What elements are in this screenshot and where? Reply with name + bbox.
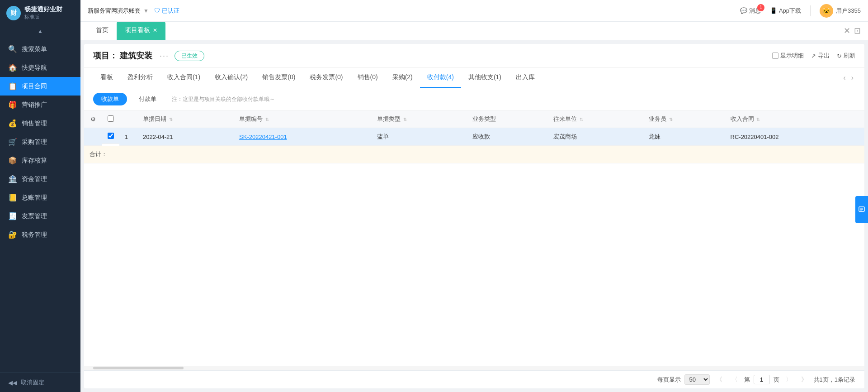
subtab-prev-button[interactable]: ‹ bbox=[841, 74, 847, 82]
checkbox-column-header[interactable] bbox=[102, 110, 119, 128]
sidebar-item-label: 资金管理 bbox=[22, 175, 47, 183]
sidebar-item-capital[interactable]: 🏦 资金管理 bbox=[0, 170, 80, 188]
sidebar-unpin-button[interactable]: ◀◀ 取消固定 bbox=[0, 373, 80, 392]
project-header: 项目： 建筑安装 ··· 已生效 显示明细 ↗ 导出 ↻ 刷新 bbox=[84, 44, 864, 68]
sidebar-item-label: 税务管理 bbox=[22, 231, 47, 239]
subtab-profit[interactable]: 盈利分析 bbox=[120, 68, 160, 88]
page-size-select[interactable]: 50 100 200 bbox=[684, 374, 710, 385]
sort-icon: ⇅ bbox=[756, 117, 760, 122]
checkbox-cell[interactable] bbox=[102, 128, 119, 144]
inner-tab-payment-bill[interactable]: 付款单 bbox=[131, 93, 165, 105]
subtab-income-confirm[interactable]: 收入确认(2) bbox=[208, 68, 255, 88]
export-button[interactable]: ↗ 导出 bbox=[811, 52, 830, 60]
settings-cell bbox=[84, 128, 102, 146]
inner-tab-note: 注：这里是与项目关联的全部收付款单哦～ bbox=[172, 96, 275, 103]
salesman-column-header[interactable]: 业务员 ⇅ bbox=[643, 110, 725, 128]
content-area: 项目： 建筑安装 ··· 已生效 显示明细 ↗ 导出 ↻ 刷新 bbox=[84, 44, 864, 388]
topbar-project[interactable]: 新服务官网演示账套 ▼ bbox=[88, 7, 149, 15]
project-more-button[interactable]: ··· bbox=[160, 51, 169, 61]
project-name: 新服务官网演示账套 bbox=[88, 7, 141, 15]
note-icon bbox=[858, 206, 865, 213]
partner-column-header[interactable]: 往来单位 ⇅ bbox=[548, 110, 643, 128]
sidebar-header: 财 畅捷通好业财 标准版 bbox=[0, 0, 80, 26]
date-column-header[interactable]: 单据日期 ⇅ bbox=[137, 110, 234, 128]
user-label: 用户3355 bbox=[836, 7, 861, 15]
horizontal-scrollbar[interactable] bbox=[84, 366, 864, 370]
sidebar-item-label: 总账管理 bbox=[22, 194, 47, 202]
subtab-sales-invoice[interactable]: 销售发票(0) bbox=[255, 68, 302, 88]
subtab-tax-invoice[interactable]: 税务发票(0) bbox=[302, 68, 350, 88]
sidebar-item-tax[interactable]: 🔐 税务管理 bbox=[0, 225, 80, 244]
subtab-kanban[interactable]: 看板 bbox=[93, 68, 120, 88]
prev-page-button[interactable]: 〈 bbox=[729, 375, 741, 385]
sidebar-item-label: 发票管理 bbox=[22, 212, 47, 220]
table-row[interactable]: 1 2022-04-21 SK-20220421-001 蓝单 应收款 宏茂商场… bbox=[84, 128, 864, 146]
sidebar-item-inventory[interactable]: 📦 库存核算 bbox=[0, 151, 80, 170]
sidebar-item-label: 采购管理 bbox=[22, 138, 47, 146]
last-page-button[interactable]: 》 bbox=[798, 375, 810, 385]
user-menu[interactable]: 🐱 用户3355 bbox=[820, 4, 861, 18]
type-cell: 蓝单 bbox=[372, 128, 467, 146]
project-icon: 📋 bbox=[8, 82, 17, 91]
window-expand-button[interactable]: ⊡ bbox=[854, 26, 861, 36]
sidebar-item-project-contract[interactable]: 📋 项目合同 bbox=[0, 77, 80, 96]
number-cell[interactable]: SK-20220421-001 bbox=[234, 128, 372, 146]
sidebar-scroll-up[interactable]: ▲ bbox=[0, 26, 80, 36]
main-area: 新服务官网演示账套 ▼ 🛡 已认证 💬 消息 1 📱 App下载 🐱 用户335… bbox=[80, 0, 868, 392]
page-input[interactable] bbox=[754, 375, 770, 384]
sidebar-item-quick-nav[interactable]: 🏠 快捷导航 bbox=[0, 58, 80, 77]
cart-icon: 🛒 bbox=[8, 138, 17, 146]
tab-home[interactable]: 首页 bbox=[88, 22, 117, 40]
window-close-button[interactable]: ✕ bbox=[844, 26, 850, 36]
total-records-label: 共1页，1条记录 bbox=[814, 376, 855, 384]
page-size-label: 每页显示 bbox=[657, 376, 681, 384]
box-icon: 📦 bbox=[8, 156, 17, 165]
show-detail-checkbox[interactable] bbox=[772, 53, 778, 59]
subtab-receipt[interactable]: 收付款(4) bbox=[420, 68, 461, 88]
select-all-checkbox[interactable] bbox=[108, 115, 114, 122]
sidebar-item-ledger[interactable]: 📒 总账管理 bbox=[0, 188, 80, 207]
refresh-label: 刷新 bbox=[844, 52, 855, 60]
sort-icon: ⇅ bbox=[265, 117, 269, 122]
subtab-next-button[interactable]: › bbox=[849, 74, 855, 82]
sidebar-item-invoice[interactable]: 🧾 发票管理 bbox=[0, 207, 80, 225]
bill-number-link[interactable]: SK-20220421-001 bbox=[239, 134, 287, 140]
show-detail-toggle[interactable]: 显示明细 bbox=[772, 52, 804, 60]
first-page-button[interactable]: 《 bbox=[713, 375, 725, 385]
sidebar-item-purchase[interactable]: 🛒 采购管理 bbox=[0, 133, 80, 151]
project-status-badge: 已生效 bbox=[175, 51, 204, 61]
topbar-verified: 🛡 已认证 bbox=[154, 7, 179, 15]
sidebar-item-marketing[interactable]: 🎁 营销推广 bbox=[0, 96, 80, 114]
sidebar-item-sales[interactable]: 💰 销售管理 bbox=[0, 114, 80, 133]
message-button[interactable]: 💬 消息 1 bbox=[740, 7, 761, 15]
type-column-header[interactable]: 单据类型 ⇅ bbox=[372, 110, 467, 128]
seq-cell: 1 bbox=[119, 128, 137, 146]
next-page-button[interactable]: 〉 bbox=[783, 375, 795, 385]
subtab-purchase[interactable]: 采购(2) bbox=[385, 68, 420, 88]
sidebar: 财 畅捷通好业财 标准版 ▲ 🔍 搜索菜单 🏠 快捷导航 📋 项目合同 🎁 营销… bbox=[0, 0, 80, 392]
income-contract-column-header[interactable]: 收入合同 ⇅ bbox=[725, 110, 864, 128]
tab-project-board[interactable]: 项目看板 ✕ bbox=[117, 22, 165, 40]
tabbar: 首页 项目看板 ✕ ✕ ⊡ bbox=[80, 22, 868, 40]
scroll-thumb[interactable] bbox=[93, 367, 184, 369]
table-wrap: ⚙ 单据日期 ⇅ 单据编号 ⇅ bbox=[84, 110, 864, 366]
subtab-sales[interactable]: 销售(0) bbox=[350, 68, 385, 88]
refresh-button[interactable]: ↻ 刷新 bbox=[837, 52, 855, 60]
tab-project-board-label: 项目看板 bbox=[125, 26, 150, 34]
settings-column-header[interactable]: ⚙ bbox=[84, 110, 102, 128]
income-contract-cell: RC-20220401-002 bbox=[725, 128, 864, 146]
subtab-in-out[interactable]: 出入库 bbox=[509, 68, 542, 88]
sidebar-item-label: 搜索菜单 bbox=[22, 45, 47, 53]
subtab-income-contract[interactable]: 收入合同(1) bbox=[160, 68, 208, 88]
project-actions: 显示明细 ↗ 导出 ↻ 刷新 bbox=[772, 52, 855, 60]
row-checkbox[interactable] bbox=[108, 133, 114, 139]
refresh-icon: ↻ bbox=[837, 53, 842, 59]
subtab-other-expenses[interactable]: 其他收支(1) bbox=[461, 68, 509, 88]
sidebar-item-search[interactable]: 🔍 搜索菜单 bbox=[0, 40, 80, 58]
inner-tab-receipt-bill[interactable]: 收款单 bbox=[93, 93, 127, 105]
sort-icon: ⇅ bbox=[403, 117, 407, 122]
side-note-button[interactable] bbox=[855, 196, 868, 223]
app-download-button[interactable]: 📱 App下载 bbox=[770, 7, 801, 15]
number-column-header[interactable]: 单据编号 ⇅ bbox=[234, 110, 372, 128]
tab-close-icon[interactable]: ✕ bbox=[153, 27, 157, 33]
